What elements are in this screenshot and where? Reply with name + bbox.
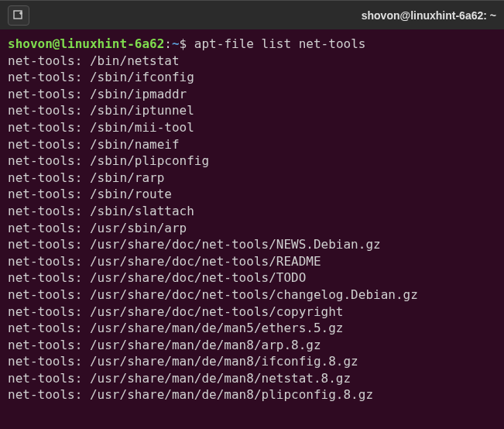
new-tab-button[interactable] [8, 5, 29, 26]
output-line: net-tools: /usr/share/doc/net-tools/TODO [8, 269, 496, 287]
output-line: net-tools: /bin/netstat [8, 53, 496, 70]
output-line: net-tools: /usr/share/man/de/man5/ethers… [8, 320, 496, 337]
prompt-symbol: $ [180, 36, 187, 53]
prompt-cwd: ~ [172, 36, 180, 53]
output-line: net-tools: /sbin/ipmaddr [8, 86, 496, 103]
output-line: net-tools: /sbin/plipconfig [8, 153, 496, 170]
output-line: net-tools: /usr/sbin/arp [8, 220, 496, 237]
output-line: net-tools: /sbin/iptunnel [8, 102, 496, 119]
output-line: net-tools: /usr/share/doc/net-tools/READ… [8, 253, 496, 270]
output-line: net-tools: /sbin/mii-tool [8, 119, 496, 136]
terminal-output[interactable]: shovon@linuxhint-6a62:~$ apt-file list n… [0, 29, 504, 429]
output-line: net-tools: /usr/share/doc/net-tools/copy… [8, 304, 496, 321]
output-container: net-tools: /bin/netstatnet-tools: /sbin/… [8, 53, 496, 403]
output-line: net-tools: /sbin/nameif [8, 136, 496, 153]
output-line: net-tools: /usr/share/man/de/man8/netsta… [8, 370, 496, 387]
output-line: net-tools: /usr/share/man/de/man8/plipco… [8, 386, 496, 403]
output-line: net-tools: /usr/share/man/de/man8/ifconf… [8, 353, 496, 370]
output-line: net-tools: /sbin/rarp [8, 170, 496, 187]
output-line: net-tools: /sbin/ifconfig [8, 69, 496, 86]
new-tab-icon [12, 9, 25, 22]
output-line: net-tools: /usr/share/doc/net-tools/chan… [8, 287, 496, 304]
prompt-colon: : [164, 36, 172, 53]
command-text: apt-file list net-tools [187, 36, 365, 53]
prompt-user: shovon [8, 36, 53, 53]
prompt-host: linuxhint-6a62 [60, 36, 164, 53]
output-line: net-tools: /usr/share/man/de/man8/arp.8.… [8, 337, 496, 354]
output-line: net-tools: /usr/share/doc/net-tools/NEWS… [8, 236, 496, 253]
window-title: shovon@linuxhint-6a62: ~ [362, 9, 496, 22]
output-line: net-tools: /sbin/route [8, 186, 496, 203]
prompt-line: shovon@linuxhint-6a62:~$ apt-file list n… [8, 36, 496, 53]
titlebar[interactable]: shovon@linuxhint-6a62: ~ [0, 0, 504, 29]
titlebar-left [8, 5, 29, 26]
prompt-at: @ [53, 36, 60, 53]
terminal-window: shovon@linuxhint-6a62: ~ shovon@linuxhin… [0, 0, 504, 429]
output-line: net-tools: /sbin/slattach [8, 203, 496, 220]
